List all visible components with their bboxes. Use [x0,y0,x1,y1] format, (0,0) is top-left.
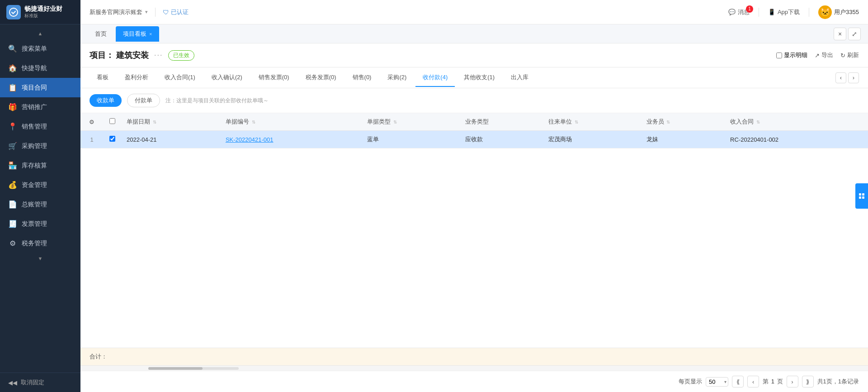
sidebar-item-inventory[interactable]: 🏪 库存核算 [0,156,80,175]
subtab-other[interactable]: 其他收支(1) [457,69,502,87]
receipt-filter-btn[interactable]: 收款单 [90,94,122,107]
subtab-inout[interactable]: 出入库 [504,69,536,87]
show-detail-toggle[interactable]: 显示明细 [776,51,807,59]
phone-icon: 📱 [768,9,775,15]
subtab-sales-invoice[interactable]: 销售发票(0) [251,69,297,87]
tab-close-icon[interactable]: × [149,31,152,37]
sidebar-item-label: 销售管理 [22,123,47,131]
topbar-divider-3 [809,8,809,17]
col-settings[interactable]: ⚙ [80,113,103,131]
subtab-income-confirm[interactable]: 收入确认(2) [204,69,250,87]
subtab-tax-invoice-label: 税务发票(0) [306,74,336,81]
payment-filter-btn[interactable]: 付款单 [127,94,160,107]
row-salesman-value: 龙妹 [646,136,658,143]
subtab-next-btn[interactable]: › [848,72,859,83]
project-more-btn[interactable]: ··· [154,51,163,59]
subtab-prev-btn[interactable]: ‹ [835,72,846,83]
project-header-actions: 显示明细 ↗ 导出 ↻ 刷新 [776,51,859,59]
col-number[interactable]: 单据编号 ⇅ [220,113,362,131]
show-detail-checkbox[interactable] [776,53,782,58]
col-partner[interactable]: 往来单位 ⇅ [543,113,641,131]
filter-bar: 收款单 付款单 注：这里是与项目关联的全部收付款单哦～ [80,88,868,113]
sort-type-icon: ⇅ [393,120,397,124]
row-number[interactable]: SK-20220421-001 [220,131,362,148]
sidebar: 畅捷通好业财 标准版 ▲ 🔍 搜索菜单 🏠 快捷导航 📋 项目合同 🎁 营销推广… [0,0,80,392]
col-type[interactable]: 单据类型 ⇅ [362,113,460,131]
row-type-value: 蓝单 [367,136,379,143]
sort-contract-icon: ⇅ [756,120,760,124]
user-profile[interactable]: 🐱 用户3355 [818,5,859,19]
page-next-btn[interactable]: › [787,376,798,387]
col-checkbox-header[interactable] [103,113,121,131]
table-row[interactable]: 1 2022-04-21 SK-20220421-001 蓝单 [80,131,868,148]
sidebar-item-project[interactable]: 📋 项目合同 [0,78,80,97]
sidebar-item-search[interactable]: 🔍 搜索菜单 [0,39,80,58]
subtab-profit-label: 盈利分析 [125,74,148,81]
export-btn[interactable]: ↗ 导出 [815,51,833,59]
sidebar-item-label: 税务管理 [22,239,47,248]
sidebar-item-finance[interactable]: 💰 资金管理 [0,175,80,195]
window-close-btn[interactable]: × [834,28,846,40]
scrollbar-track[interactable] [148,367,239,370]
export-label: 导出 [821,51,833,59]
account-selector[interactable]: 新服务官网演示账套 ▾ [90,8,148,16]
tab-window-actions: × ⤢ [834,28,861,40]
sidebar-item-marketing[interactable]: 🎁 营销推广 [0,97,80,117]
row-number-link[interactable]: SK-20220421-001 [226,136,274,143]
tab-project-board[interactable]: 项目看板 × [116,26,159,42]
sidebar-item-tax[interactable]: ⚙ 税务管理 [0,234,80,253]
subtab-board[interactable]: 看板 [90,69,116,87]
username-label: 用户3355 [834,8,859,16]
subtab-income-contract[interactable]: 收入合同(1) [157,69,203,87]
row-contract: RC-20220401-002 [725,131,868,148]
app-download-btn[interactable]: 📱 App下载 [768,8,800,16]
cancel-fixed-btn[interactable]: ◀◀ 取消固定 [0,373,80,392]
row-partner-value: 宏茂商场 [548,136,572,143]
refresh-icon: ↻ [840,52,845,59]
sidebar-item-quicknav[interactable]: 🏠 快捷导航 [0,58,80,78]
col-contract[interactable]: 收入合同 ⇅ [725,113,868,131]
refresh-btn[interactable]: ↻ 刷新 [840,51,859,59]
scrollbar-thumb[interactable] [148,367,203,370]
sales-icon: 📍 [8,122,17,131]
subtabs: 看板 盈利分析 收入合同(1) 收入确认(2) 销售发票(0) 税务发票(0) … [80,67,868,88]
row-checkbox[interactable] [109,136,115,142]
col-contract-label: 收入合同 [730,118,754,125]
float-action-btn[interactable] [855,183,868,209]
tab-project-label: 项目看板 [123,30,146,38]
export-icon: ↗ [815,52,820,59]
sidebar-item-sales[interactable]: 📍 销售管理 [0,117,80,136]
row-biz-type-value: 应收款 [465,136,483,143]
col-date[interactable]: 单据日期 ⇅ [121,113,220,131]
page-first-btn[interactable]: ⟪ [732,376,744,387]
subtab-payment[interactable]: 收付款(4) [415,69,455,87]
sidebar-item-ledger[interactable]: 📄 总账管理 [0,195,80,214]
sidebar-item-invoice[interactable]: 🧾 发票管理 [0,214,80,234]
svg-rect-4 [862,196,864,199]
row-date-value: 2022-04-21 [127,136,157,143]
message-btn[interactable]: 💬 消息 1 [728,8,750,16]
window-expand-btn[interactable]: ⤢ [848,28,861,40]
subtab-purchase[interactable]: 采购(2) [380,69,414,87]
scroll-down-btn[interactable]: ▼ [0,253,80,264]
subtab-profit[interactable]: 盈利分析 [118,69,156,87]
col-salesman[interactable]: 业务员 ⇅ [641,113,725,131]
subtab-tax-invoice[interactable]: 税务发票(0) [298,69,344,87]
total-pages-label: 共1页，1条记录 [817,378,859,386]
page-size-select[interactable]: 50 10 20 100 [706,377,728,387]
sidebar-item-label: 快捷导航 [22,64,47,72]
scroll-up-btn[interactable]: ▲ [0,28,80,39]
sidebar-item-purchase[interactable]: 🛒 采购管理 [0,136,80,156]
select-all-checkbox[interactable] [109,118,115,124]
page-prev-btn[interactable]: ‹ [747,376,759,387]
row-checkbox-cell[interactable] [103,131,121,148]
subtab-sales-invoice-label: 销售发票(0) [259,74,289,81]
tax-icon: ⚙ [8,239,17,248]
subtab-sales[interactable]: 销售(0) [345,69,379,87]
subtab-payment-label: 收付款(4) [423,74,448,81]
tab-home[interactable]: 首页 [88,26,114,42]
sidebar-item-label: 搜索菜单 [22,45,47,53]
col-biz-type: 业务类型 [460,113,543,131]
page-last-btn[interactable]: ⟫ [802,376,814,387]
page-size-wrapper[interactable]: 50 10 20 100 [706,377,728,387]
